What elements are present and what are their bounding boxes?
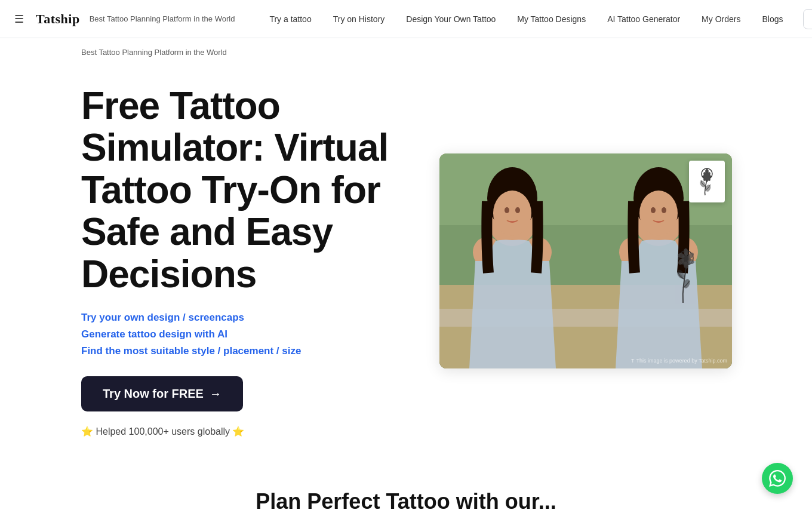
hamburger-menu-icon[interactable]: ☰ <box>14 13 24 26</box>
svg-point-16 <box>651 207 656 213</box>
svg-point-15 <box>639 191 678 236</box>
image-split: T This image is powered by Tatship.com <box>439 153 732 368</box>
hero-section: Free Tattoo Simulator: Virtual Tattoo Tr… <box>0 57 812 475</box>
tattoo-thumb-image <box>694 165 720 198</box>
nav-design-own[interactable]: Design Your Own Tattoo <box>395 0 506 38</box>
cta-label: Try Now for FREE <box>103 387 204 401</box>
svg-point-8 <box>515 207 520 213</box>
nav-blogs[interactable]: Blogs <box>751 0 793 38</box>
svg-point-17 <box>662 207 666 213</box>
tattoo-thumb-svg <box>695 167 719 196</box>
before-photo-svg <box>439 153 586 368</box>
hero-title: Free Tattoo Simulator: Virtual Tattoo Tr… <box>81 85 416 295</box>
nav-my-designs[interactable]: My Tattoo Designs <box>506 0 596 38</box>
social-proof: ⭐ Helped 100,000+ users globally ⭐ <box>81 426 416 437</box>
image-before <box>439 153 586 368</box>
hero-image-comparison: T This image is powered by Tatship.com <box>439 153 732 368</box>
hero-features: Try your own design / screencaps Generat… <box>81 312 416 357</box>
watermark-logo: T <box>631 358 635 364</box>
whatsapp-icon <box>769 470 786 487</box>
hero-right: T This image is powered by Tatship.com <box>439 153 732 368</box>
login-button[interactable]: Login <box>803 9 812 29</box>
watermark-text: This image is powered by Tatship.com <box>636 358 727 364</box>
nav-try-tattoo[interactable]: Try a tattoo <box>259 0 322 38</box>
bottom-section-heading: Plan Perfect Tattoo with our... <box>0 475 812 513</box>
svg-point-6 <box>493 191 531 236</box>
hero-left: Free Tattoo Simulator: Virtual Tattoo Tr… <box>81 85 416 437</box>
watermark: T This image is powered by Tatship.com <box>631 358 727 364</box>
svg-point-7 <box>505 207 509 213</box>
hero-feature-3[interactable]: Find the most suitable style / placement… <box>81 345 416 357</box>
nav-try-history[interactable]: Try on History <box>322 0 396 38</box>
bottom-heading-text: Plan Perfect Tattoo with our... <box>256 489 556 513</box>
image-after: T This image is powered by Tatship.com <box>586 153 732 368</box>
breadcrumb: Best Tattoo Planning Platform in the Wor… <box>0 38 812 57</box>
try-now-button[interactable]: Try Now for FREE → <box>81 376 243 411</box>
hero-feature-2[interactable]: Generate tattoo design with AI <box>81 328 416 340</box>
brand-logo[interactable]: Tatship <box>36 11 80 27</box>
chat-widget-button[interactable] <box>762 463 793 494</box>
hero-feature-1[interactable]: Try your own design / screencaps <box>81 312 416 324</box>
tattoo-thumbnail <box>689 161 725 202</box>
nav-ai-generator[interactable]: AI Tattoo Generator <box>596 0 691 38</box>
nav-my-orders[interactable]: My Orders <box>691 0 751 38</box>
nav-links: Try a tattoo Try on History Design Your … <box>259 0 793 38</box>
cta-arrow-icon: → <box>210 387 222 401</box>
navbar: ☰ Tatship Best Tattoo Planning Platform … <box>0 0 812 38</box>
brand-tagline: Best Tattoo Planning Platform in the Wor… <box>90 14 235 23</box>
